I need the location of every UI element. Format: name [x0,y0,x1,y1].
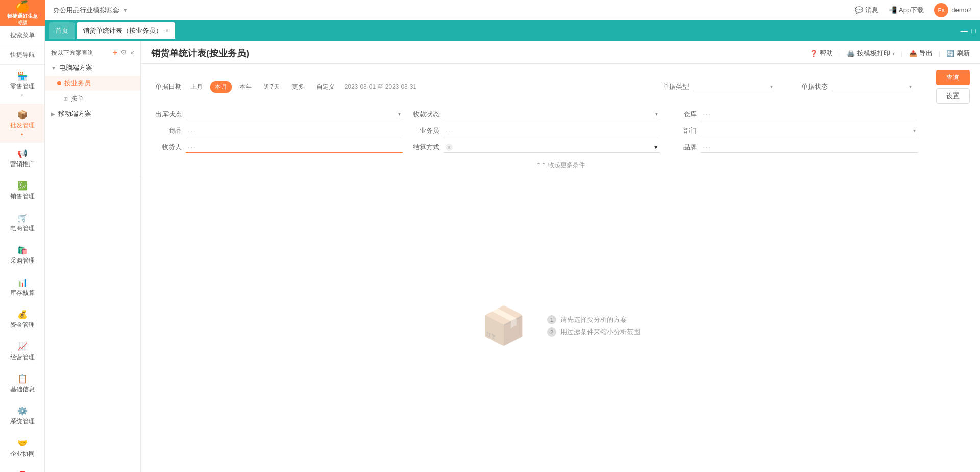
pc-group-arrow: ▼ [51,65,56,71]
user-avatar: Ea [934,3,948,17]
salesman-input[interactable]: ··· [444,125,660,136]
stockout-select[interactable]: ▾ [186,110,403,119]
brand-input[interactable]: ··· [701,141,918,153]
empty-tip-2: 2 用过滤条件来缩小分析范围 [547,327,640,337]
tab-close-icon[interactable]: × [165,27,169,34]
finance-icon: 💰 [17,310,28,319]
date-last-month[interactable]: 上月 [186,81,207,93]
system-label: 系统管理 [10,417,35,426]
date-custom[interactable]: 自定义 [312,81,339,93]
sidebar-item-enterprise[interactable]: 🤝 企业协同 [0,432,44,464]
export-label: 导出 [919,49,933,58]
sidebar-item-newbie[interactable]: 🎯 新手引导 [0,464,44,472]
scheme-group-mobile: ▶ 移动端方案 [45,106,140,122]
date-this-year[interactable]: 本年 [235,81,256,93]
sidebar-item-operation[interactable]: 📈 经营管理 [0,336,44,368]
separator2: | [901,50,902,57]
doctype-select[interactable]: ▾ [693,82,775,91]
top-bar: 办公用品行业模拟账套 ▾ 💬 消息 📲 App下载 Ea demo2 [45,0,980,20]
receiver-label: 收货人 [151,143,182,152]
print-dropdown[interactable]: ▾ [892,51,895,56]
tab-active[interactable]: 销货单统计表（按业务员） × [77,22,175,39]
query-settings-btns: 查询 设置 [936,70,970,104]
retail-arrow: ▾ [21,92,23,98]
tab-bar-actions: — □ [961,27,976,35]
salesman-dots: ··· [446,127,454,134]
filter-doctype-col: 单据类型 ▾ [658,82,791,91]
date-7days[interactable]: 近7天 [259,81,284,93]
date-more[interactable]: 更多 [287,81,309,93]
sidebar-item-finance[interactable]: 💰 资金管理 [0,303,44,336]
receiver-input[interactable]: ··· [186,141,403,153]
query-btn[interactable]: 查询 [936,70,970,85]
dept-label: 部门 [666,126,697,135]
tab-restore-icon[interactable]: □ [972,27,976,35]
collapse-btn[interactable]: ⌃⌃ 收起更多条件 [151,158,970,173]
top-bar-left: 办公用品行业模拟账套 ▾ [53,6,127,15]
separator3: | [939,50,940,57]
receiver-dots: ··· [188,143,197,151]
marketing-label: 营销推广 [10,160,35,169]
scheme-item-salesman[interactable]: 按业务员 [45,76,140,91]
export-btn[interactable]: 📤 导出 [909,49,933,58]
collapse-panel-icon[interactable]: « [130,48,134,57]
sidebar-item-ecommerce[interactable]: 🛒 电商管理 [0,207,44,239]
system-icon: ⚙️ [17,406,28,416]
search-menu-label: 搜索菜单 [0,31,44,40]
panel-actions: + ⚙ « [113,48,134,57]
date-range: 2023-03-01 至 2023-03-31 [345,83,416,91]
print-btn[interactable]: 🖨️ 按模板打印 ▾ [847,49,895,58]
add-scheme-icon[interactable]: + [113,48,117,57]
settings-btn[interactable]: 设置 [936,88,970,104]
empty-illustration: 📦 [481,304,527,347]
settings-scheme-icon[interactable]: ⚙ [120,48,127,57]
wholesale-label: 批发管理 [10,121,35,130]
inventory-label: 库存核算 [10,289,35,297]
doctype-label: 单据类型 [658,82,689,91]
order-icon: ⊞ [63,96,68,102]
refresh-icon: 🔄 [946,50,954,57]
refresh-btn[interactable]: 🔄 刷新 [946,49,970,58]
tab-home[interactable]: 首页 [49,22,75,39]
sidebar-item-retail[interactable]: 🏪 零售管理 ▾ [0,65,44,104]
tab-minimize-icon[interactable]: — [961,27,968,35]
sidebar-item-wholesale[interactable]: 📦 批发管理 ▴ [0,104,44,143]
scheme-group-pc-title[interactable]: ▼ 电脑端方案 [45,60,140,76]
enterprise-icon: 🤝 [17,438,28,448]
help-btn[interactable]: ❓ 帮助 [810,49,833,58]
user-profile-btn[interactable]: Ea demo2 [934,3,972,17]
filter-receipt-col: 收款状态 ▾ [409,110,660,119]
account-title: 办公用品行业模拟账套 [53,6,119,15]
settle-select[interactable]: × ▾ [444,141,660,153]
tip-text-1: 请先选择要分析的方案 [560,315,627,324]
dept-select[interactable]: ▾ [701,126,918,135]
account-dropdown-icon[interactable]: ▾ [124,6,127,14]
sidebar-item-basic[interactable]: 📋 基础信息 [0,368,44,400]
filter-brand-col: 品牌 ··· [666,141,918,153]
empty-content: 📦 1 请先选择要分析的方案 2 用过滤条件来缩小分析范围 [481,304,640,347]
sidebar-item-inventory[interactable]: 📊 库存核算 [0,271,44,303]
docstatus-select[interactable]: ▾ [832,82,914,91]
sidebar-item-marketing[interactable]: 📢 营销推广 [0,143,44,175]
scheme-group-mobile-title[interactable]: ▶ 移动端方案 [45,106,140,122]
logo-text: 畅捷通好生意 [7,13,38,19]
message-btn[interactable]: 💬 消息 [855,6,878,15]
avatar-text: Ea [938,7,945,13]
filter-area: 单据日期 上月 本月 本年 近7天 更多 自定义 2023-03-01 至 20… [141,64,980,179]
goods-input[interactable]: ··· [186,125,403,136]
settle-clear-icon[interactable]: × [446,144,453,151]
app-logo: 🍊 畅捷通好生意 标版 [0,0,45,26]
warehouse-dots: ··· [703,110,712,118]
sidebar-item-sales[interactable]: 💹 销售管理 [0,175,44,207]
quick-nav[interactable]: 快捷导航 [0,45,44,65]
search-menu[interactable]: 搜索菜单 [0,26,44,45]
date-this-month[interactable]: 本月 [210,81,232,93]
filter-dept-col: 部门 ▾ [666,126,918,135]
warehouse-input[interactable]: ··· [701,109,918,120]
scheme-item-order[interactable]: ⊞ 按单 [45,91,140,106]
app-download-btn[interactable]: 📲 App下载 [889,6,924,15]
sidebar-item-system[interactable]: ⚙️ 系统管理 [0,400,44,432]
collapse-label: 收起更多条件 [548,161,585,170]
sidebar-item-purchase[interactable]: 🛍️ 采购管理 [0,239,44,271]
receipt-select[interactable]: ▾ [444,110,660,119]
